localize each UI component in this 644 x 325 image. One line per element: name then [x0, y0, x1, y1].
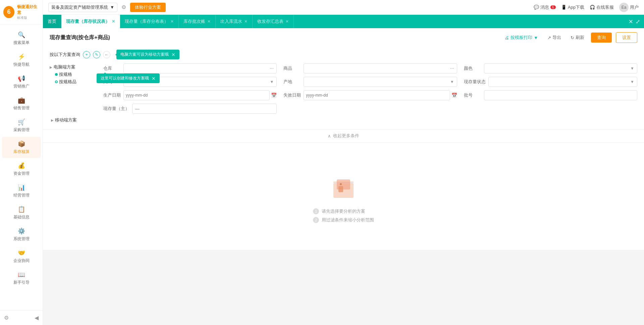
sidebar-item-enterprise[interactable]: 🤝 企业协同	[2, 246, 41, 267]
desktop-scheme-items: 按规格 按规格品	[50, 71, 97, 86]
tooltip1-close[interactable]: ✕	[171, 52, 175, 57]
stock-state-select[interactable]: ▼	[488, 77, 637, 87]
sidebar-item-sales[interactable]: 💼 销售管理	[2, 93, 41, 114]
color-select[interactable]: ▼	[484, 63, 637, 73]
sidebar-item-basic[interactable]: 📋 基础信息	[2, 202, 41, 223]
tooltip2-close[interactable]: ✕	[152, 76, 156, 81]
tab-batch-ledger[interactable]: 库存批次账 ✕	[179, 15, 216, 28]
avatar: Ea	[619, 3, 629, 12]
goods-select[interactable]: ⋯	[304, 63, 457, 73]
sidebar-item-operations[interactable]: 📊 经营管理	[2, 180, 41, 202]
expiry-date-start[interactable]	[304, 90, 450, 100]
tab-inventory-status[interactable]: 现存量（库存状况表） ✕	[61, 15, 120, 28]
expiry-date-calendar-icon[interactable]: 📅	[451, 93, 457, 98]
edit-scheme-button[interactable]: ✎	[93, 51, 100, 58]
settings-gear-icon[interactable]: ⚙	[121, 4, 126, 10]
tab-inout-flow[interactable]: 出入库流水 ✕	[216, 15, 253, 28]
tab-inventory-dist[interactable]: 现存量（库存分布表） ✕	[120, 15, 179, 28]
stock-qty-input[interactable]	[132, 104, 277, 114]
sidebar: 6 畅捷通好生意 标准版 🔍 搜索菜单 ⚡ 快捷导航 📢 营销推广 💼 销售管理…	[0, 0, 43, 325]
batch-no-input[interactable]	[484, 90, 637, 100]
tab-close-inout-flow[interactable]: ✕	[244, 19, 248, 24]
tab-close-batch-ledger[interactable]: ✕	[207, 19, 211, 24]
logo-icon: 6	[3, 6, 14, 18]
sidebar-item-search[interactable]: 🔍 搜索菜单	[2, 28, 41, 49]
empty-state: 1 请先选择要分析的方案 2 用过滤条件来缩小分析范围	[43, 143, 644, 250]
sidebar-item-marketing[interactable]: 📢 营销推广	[2, 71, 41, 93]
filter-row-batch-no: 批号	[464, 90, 637, 100]
page-title-bar: 现存量查询(按仓库+商品) 🖨 按模板打印 ▼ ↗ 导出 ↻ 刷新	[43, 28, 644, 46]
scheme-item-by-spec[interactable]: 按规格	[55, 71, 97, 78]
dropdown-icon: ▼	[110, 5, 114, 10]
page-content: 现存量查询(按仓库+商品) 🖨 按模板打印 ▼ ↗ 导出 ↻ 刷新	[43, 28, 644, 325]
user-item[interactable]: Ea 用户	[619, 3, 639, 12]
production-date-calendar-icon[interactable]: 📅	[271, 93, 277, 98]
sales-icon: 💼	[18, 97, 25, 104]
production-date-start[interactable]	[123, 90, 270, 100]
refresh-button[interactable]: ↻ 刷新	[568, 33, 587, 42]
inventory-icon: 📦	[18, 140, 25, 148]
desktop-scheme-header[interactable]: ▶ 电脑端方案	[50, 63, 97, 71]
empty-svg	[327, 169, 360, 203]
set-button[interactable]: 设置	[616, 32, 637, 43]
sidebar-item-purchase[interactable]: 🛒 采购管理	[2, 115, 41, 136]
empty-step-2: 2 用过滤条件来缩小分析范围	[313, 217, 374, 223]
close-all-tabs-icon[interactable]: ✕	[629, 18, 633, 25]
operations-icon: 📊	[18, 184, 25, 191]
tab-close-collect-summary[interactable]: ✕	[285, 19, 289, 24]
purchase-icon: 🛒	[18, 118, 25, 126]
sidebar-item-shortcut[interactable]: ⚡ 快捷导航	[2, 50, 41, 71]
filter-row-expiry-date: 失效日期 📅	[283, 90, 457, 100]
filter-grid-area: 仓库 ⋯ 商品 ⋯	[103, 63, 637, 114]
tab-close-inventory-status[interactable]: ✕	[112, 19, 115, 24]
scheme-area: ▶ 电脑端方案 按规格 按规格品	[50, 63, 637, 114]
mobile-scheme-header[interactable]: ▶ 移动端方案	[51, 116, 637, 124]
top-header: 装备及固定资产辅助管理系统 ▼ ⚙ 体验行业方案 💬 消息 6 📱 App下载 …	[43, 0, 644, 15]
tab-collect-summary[interactable]: 收发存汇总表 ✕	[253, 15, 294, 28]
collapse-sidebar-icon[interactable]: ◀	[35, 315, 39, 321]
online-support-item[interactable]: 🎧 在线客服	[590, 4, 614, 10]
add-scheme-button[interactable]: +	[83, 51, 90, 58]
filter-row-goods: 商品 ⋯	[283, 63, 457, 73]
tab-home[interactable]: 首页	[43, 15, 61, 28]
scheme-item-by-specgoods[interactable]: 按规格品	[55, 78, 97, 86]
marketing-icon: 📢	[18, 75, 25, 82]
filter-grid: 仓库 ⋯ 商品 ⋯	[103, 63, 637, 114]
collapse-bar[interactable]: ∧ 收起更多条件	[43, 129, 644, 143]
filter-row-production-date: 生产日期 📅	[103, 90, 277, 100]
settings-icon[interactable]: ⚙	[4, 315, 9, 321]
step-num-2: 2	[313, 217, 319, 223]
maximize-icon[interactable]: ⤢	[636, 18, 640, 25]
collapse-arrow-icon: ∧	[328, 133, 331, 139]
system-selector[interactable]: 装备及固定资产辅助管理系统 ▼	[48, 3, 117, 12]
svg-rect-2	[338, 186, 343, 192]
tab-close-inventory-dist[interactable]: ✕	[170, 19, 174, 24]
page-title: 现存量查询(按仓库+商品)	[50, 34, 110, 41]
tooltip-desktop-scheme: 电脑方案可设为移动方案哦 ✕	[116, 50, 179, 59]
export-button[interactable]: ↗ 导出	[545, 33, 564, 42]
query-button[interactable]: 查询	[591, 33, 612, 43]
sidebar-item-guide[interactable]: 📖 新手引导	[2, 268, 41, 289]
system-icon: ⚙️	[18, 227, 25, 235]
filter-row-stock-qty: 现存量（主）	[103, 104, 277, 114]
tooltip2-wrapper: 这里可以创建和修改方案哦 ✕	[97, 73, 160, 83]
filter-row-color: 颜色 ▼	[464, 63, 637, 73]
sidebar-item-inventory[interactable]: 📦 库存核算	[2, 137, 41, 158]
print-button[interactable]: 🖨 按模板打印 ▼	[502, 33, 541, 42]
industry-button[interactable]: 体验行业方案	[130, 3, 166, 12]
logo-area: 6 畅捷通好生意 标准版	[0, 0, 43, 24]
headset-icon: 🎧	[590, 5, 595, 10]
back-arrow-button[interactable]: ←	[103, 51, 110, 58]
production-date-range: 📅	[123, 90, 277, 100]
sidebar-item-finance[interactable]: 💰 资金管理	[2, 159, 41, 180]
print-dropdown-icon: ▼	[534, 35, 538, 40]
app-download-item[interactable]: 📱 App下载	[561, 4, 584, 10]
warehouse-select[interactable]: ⋯	[123, 63, 277, 73]
expiry-date-range: 📅	[304, 90, 457, 100]
svg-point-3	[340, 183, 342, 185]
sidebar-item-system[interactable]: ⚙️ 系统管理	[2, 224, 41, 245]
message-item[interactable]: 💬 消息 6	[534, 4, 556, 10]
empty-illustration	[327, 169, 360, 203]
filter-row-stock-state: 现存量状态 ▼	[464, 77, 637, 87]
origin-select[interactable]: ▼	[304, 77, 457, 87]
